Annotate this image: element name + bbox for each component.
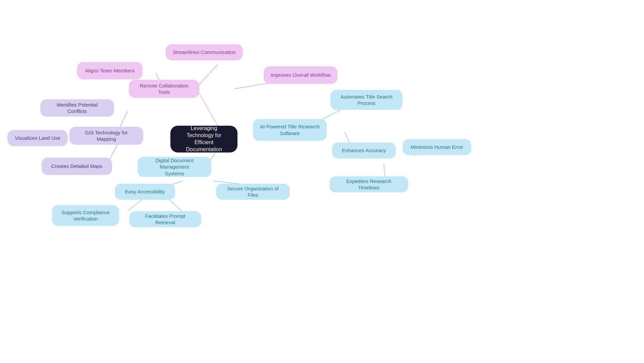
identifies-conflicts-label: Identifies Potential Conflicts: [46, 102, 108, 115]
automates-title-label: Automates Title Search Process: [340, 94, 392, 107]
minimizes-error-node: Minimizes Human Error: [402, 139, 471, 155]
visualizes-land-node: Visualizes Land Use: [7, 130, 68, 146]
creates-maps-node: Creates Detailed Maps: [42, 158, 112, 175]
svg-line-1: [199, 65, 218, 84]
secure-org-node: Secure Organization of Files: [216, 184, 290, 200]
aligns-team-label: Aligns Team Members: [85, 67, 135, 74]
expedites-research-node: Expedites Research Timelines: [329, 176, 408, 192]
digital-docs-node: Digital Document Management Systems: [138, 157, 211, 177]
remote-collab-label: Remote Collaboration Tools: [135, 82, 193, 96]
visualizes-land-label: Visualizes Land Use: [15, 135, 60, 141]
improves-workflow-label: Improves Overall Workflow: [271, 72, 331, 78]
easy-access-label: Easy Accessibility: [125, 188, 165, 195]
creates-maps-label: Creates Detailed Maps: [51, 163, 103, 170]
easy-access-node: Easy Accessibility: [115, 184, 175, 200]
svg-line-7: [109, 144, 117, 161]
center-label: Leveraging Technology for Efficient Docu…: [176, 125, 231, 153]
supports-compliance-label: Supports Compliance Verification: [61, 209, 109, 222]
facilitates-retrieval-label: Facilitates Prompt Retrieval: [135, 213, 195, 226]
remote-collab-node: Remote Collaboration Tools: [129, 80, 199, 98]
aligns-team-node: Aligns Team Members: [77, 62, 143, 79]
secure-org-label: Secure Organization of Files: [222, 185, 284, 198]
facilitates-retrieval-node: Facilitates Prompt Retrieval: [129, 211, 201, 227]
ai-title-node: AI-Powered Title Research Software: [253, 119, 327, 141]
gis-mapping-node: GIS Technology for Mapping: [69, 127, 143, 145]
streamlines-comm-label: Streamlines Communication: [173, 49, 236, 56]
improves-workflow-node: Improves Overall Workflow: [264, 66, 337, 84]
minimizes-error-label: Minimizes Human Error: [411, 144, 463, 150]
gis-mapping-label: GIS Technology for Mapping: [75, 129, 137, 142]
center-node: Leveraging Technology for Efficient Docu…: [170, 126, 237, 153]
identifies-conflicts-node: Identifies Potential Conflicts: [40, 99, 114, 117]
enhances-accuracy-label: Enhances Accuracy: [342, 147, 386, 154]
digital-docs-label: Digital Document Management Systems: [144, 157, 205, 177]
supports-compliance-node: Supports Compliance Verification: [52, 205, 119, 226]
streamlines-comm-node: Streamlines Communication: [166, 44, 243, 60]
automates-title-node: Automates Title Search Process: [330, 90, 402, 110]
ai-title-label: AI-Powered Title Research Software: [260, 123, 320, 136]
expedites-research-label: Expedites Research Timelines: [335, 178, 402, 191]
enhances-accuracy-node: Enhances Accuracy: [332, 142, 396, 159]
